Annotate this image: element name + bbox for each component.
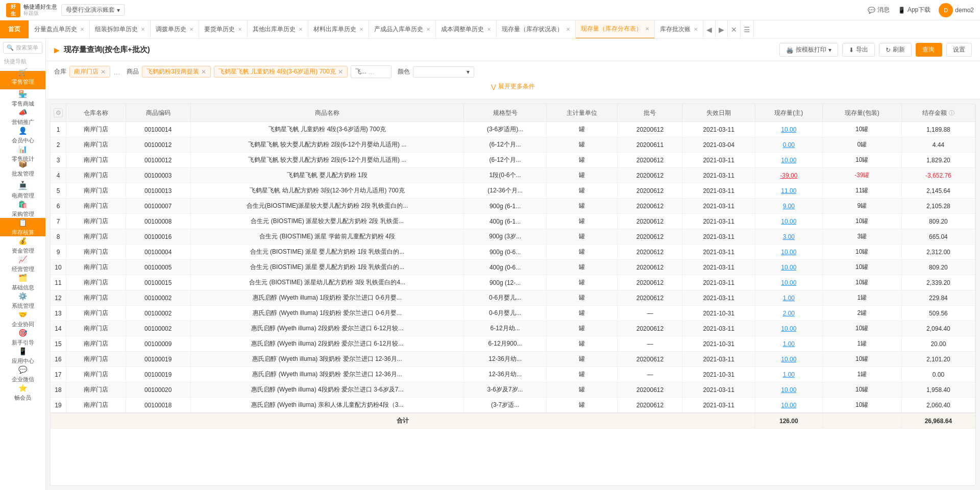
- cell-no: 1: [51, 122, 66, 137]
- sidebar-item-member2[interactable]: ⭐ 畅会员: [0, 383, 45, 402]
- inventory-icon: 📋: [18, 218, 27, 227]
- table-row: 18 南岸门店 00100020 惠氏启醇 (Wyeth illuma) 4段奶…: [51, 382, 975, 398]
- amount-info-icon[interactable]: ⓘ: [949, 110, 954, 116]
- cell-qty-pkg: 10罐: [822, 122, 901, 137]
- refresh-btn[interactable]: ↻ 刷新: [879, 43, 912, 57]
- color-input[interactable]: ▾: [413, 66, 474, 78]
- expand-more-btn[interactable]: ⋁ 展开更多条件: [491, 82, 535, 91]
- product-more-input[interactable]: 飞... …: [351, 65, 391, 78]
- tab-home[interactable]: 首页: [0, 20, 29, 39]
- content-area: ▶ 现存量查询(按仓库+批次) 🖨️ 按模板打印 ▾ ⬇ 导出 ↻ 刷新: [46, 39, 980, 490]
- cell-warehouse: 南岸门店: [66, 229, 126, 244]
- cell-spec: 900g (0-6...: [464, 244, 546, 260]
- remove-product-tag1[interactable]: ✕: [201, 68, 206, 76]
- cell-expire: 2021-03-11: [682, 199, 755, 214]
- user-area[interactable]: D demo2: [939, 3, 974, 17]
- tab-zu-chai[interactable]: 组装拆卸单历史 ✕: [90, 20, 151, 39]
- settings-btn[interactable]: 设置: [946, 43, 972, 57]
- table-row: 19 南岸门店 00100018 惠氏启醇 (Wyeth illuma) 亲和人…: [51, 398, 975, 413]
- table-row: 10 南岸门店 00100005 合生元 (BIOSTIME) 派星 婴儿配方奶…: [51, 260, 975, 275]
- tab-xian-cun-fen-bu[interactable]: 现存量（库存分布表） ✕: [576, 20, 655, 39]
- tab-qi-ta-chu[interactable]: 其他出库单历史 ✕: [248, 20, 308, 39]
- sidebar-item-retail-shop[interactable]: 🏪 零售商城: [0, 89, 45, 108]
- sidebar-item-purchase[interactable]: 🛍️ 采购管理: [0, 200, 45, 218]
- remove-warehouse-tag[interactable]: ✕: [101, 68, 106, 76]
- product-tag2[interactable]: 飞鹤星飞帆 儿童奶粉 4段(3-6岁适用) 700克 ✕: [214, 66, 348, 78]
- tab-prev-btn[interactable]: ◀: [703, 20, 716, 39]
- cell-warehouse: 南岸门店: [66, 183, 126, 199]
- tab-cai-liao[interactable]: 材料出库单历史 ✕: [308, 20, 369, 39]
- export-btn[interactable]: ⬇ 导出: [842, 43, 875, 57]
- cell-name: 飞鹤星飞帆 婴儿配方奶粉 1段: [190, 168, 464, 183]
- sidebar-item-operations[interactable]: 📈 经营管理: [0, 255, 45, 273]
- cell-expire: 2021-10-31: [682, 367, 755, 382]
- cell-warehouse: 南岸门店: [66, 306, 126, 321]
- close-icon[interactable]: ✕: [80, 27, 84, 32]
- close-icon[interactable]: ✕: [566, 27, 570, 32]
- close-icon[interactable]: ✕: [645, 26, 649, 32]
- sidebar-item-system[interactable]: ⚙️ 系统管理: [0, 291, 45, 310]
- cell-amount: 809.20: [901, 260, 975, 275]
- cell-qty-pkg: 0罐: [822, 137, 901, 153]
- tab-ku-zhuang[interactable]: 现存量（库存状况表） ✕: [497, 20, 576, 39]
- cell-qty-main: 10.00: [755, 382, 822, 398]
- close-icon[interactable]: ✕: [238, 27, 242, 32]
- cell-no: 14: [51, 321, 66, 336]
- search-input-box[interactable]: 🔍 搜索菜单: [3, 42, 42, 54]
- cell-expire: 2021-10-31: [682, 306, 755, 321]
- warehouse-tag[interactable]: 南岸门店 ✕: [69, 66, 110, 78]
- app-download-btn[interactable]: 📱 App下载: [898, 6, 930, 14]
- column-settings-btn[interactable]: ⚙: [54, 108, 63, 117]
- member2-icon: ⭐: [18, 384, 27, 392]
- close-icon[interactable]: ✕: [487, 27, 491, 32]
- cell-code: 00100004: [126, 244, 190, 260]
- sidebar-item-basic[interactable]: 🗂️ 基础信息: [0, 273, 45, 291]
- close-icon[interactable]: ✕: [359, 27, 363, 32]
- cell-code: 00100007: [126, 199, 190, 214]
- close-icon[interactable]: ✕: [694, 27, 698, 32]
- shop-icon: 🏪: [18, 90, 27, 98]
- tab-cheng-ben[interactable]: 成本调整单历史 ✕: [436, 20, 497, 39]
- tab-fen-pan[interactable]: 分量盘点单历史 ✕: [29, 20, 90, 39]
- more-btn[interactable]: …: [113, 68, 120, 76]
- message-btn[interactable]: 💬 消息: [868, 6, 890, 14]
- filter-row: 合库 南岸门店 ✕ … 商品 飞鹤奶粉3段两提装 ✕ 飞鹤星飞帆 儿童奶粉 4段…: [54, 65, 972, 78]
- tab-close-btn[interactable]: ✕: [728, 20, 741, 39]
- sidebar-item-ecom[interactable]: 💻 电商管理: [0, 181, 45, 200]
- th-batch: 批号: [618, 104, 682, 122]
- query-btn[interactable]: 查询: [916, 43, 942, 57]
- sidebar-item-finance[interactable]: 💰 资金管理: [0, 236, 45, 255]
- sidebar-item-newbie[interactable]: 🎯 新手引导: [0, 328, 45, 347]
- cell-unit: 罐: [546, 244, 618, 260]
- cell-code: 00100002: [126, 306, 190, 321]
- close-icon[interactable]: ✕: [426, 27, 430, 32]
- print-btn[interactable]: 🖨️ 按模板打印 ▾: [779, 43, 838, 57]
- tab-more-btn[interactable]: ☰: [741, 20, 754, 39]
- sidebar-item-retail[interactable]: 🛒 零售管理 ▼: [0, 71, 45, 89]
- cell-qty-pkg: 10罐: [822, 214, 901, 229]
- sidebar-item-wholesale[interactable]: 📦 批发管理 ▼: [0, 163, 45, 181]
- product-tag1[interactable]: 飞鹤奶粉3段两提装 ✕: [142, 66, 211, 78]
- stats-icon: 📊: [18, 145, 27, 153]
- remove-product-tag2[interactable]: ✕: [338, 68, 343, 76]
- account-selector[interactable]: 母婴行业演示账套 ▾: [61, 4, 125, 16]
- sidebar-item-member[interactable]: 👤 会员中心: [0, 126, 45, 144]
- tab-next-btn[interactable]: ▶: [716, 20, 728, 39]
- close-icon[interactable]: ✕: [299, 27, 303, 32]
- cell-spec: 12-36月幼...: [464, 352, 546, 367]
- sidebar-item-app-center[interactable]: 📱 应用中心: [0, 347, 45, 365]
- expand-sidebar-btn[interactable]: ▶: [54, 46, 60, 54]
- sidebar-item-enterprise[interactable]: 🤝 企业协同: [0, 310, 45, 328]
- sidebar-item-wechat[interactable]: 💬 企业微信: [0, 365, 45, 383]
- tab-chan-pin-ru[interactable]: 产成品入库单历史 ✕: [369, 20, 436, 39]
- cell-code: 00100012: [126, 137, 190, 153]
- cell-expire: 2021-03-11: [682, 153, 755, 168]
- tab-yao-huo[interactable]: 要货单历史 ✕: [199, 20, 248, 39]
- sidebar-item-marketing[interactable]: 📣 营销推广: [0, 108, 45, 126]
- close-icon[interactable]: ✕: [189, 27, 193, 32]
- tab-pi-ci[interactable]: 库存批次账 ✕: [655, 20, 703, 39]
- sidebar-item-inventory[interactable]: 📋 库存核算: [0, 218, 45, 236]
- table-row: 14 南岸门店 00100002 惠氏启醇 (Wyeth illuma) 2段奶…: [51, 321, 975, 336]
- tab-diao-bo[interactable]: 调拨单历史 ✕: [151, 20, 199, 39]
- close-icon[interactable]: ✕: [141, 27, 145, 32]
